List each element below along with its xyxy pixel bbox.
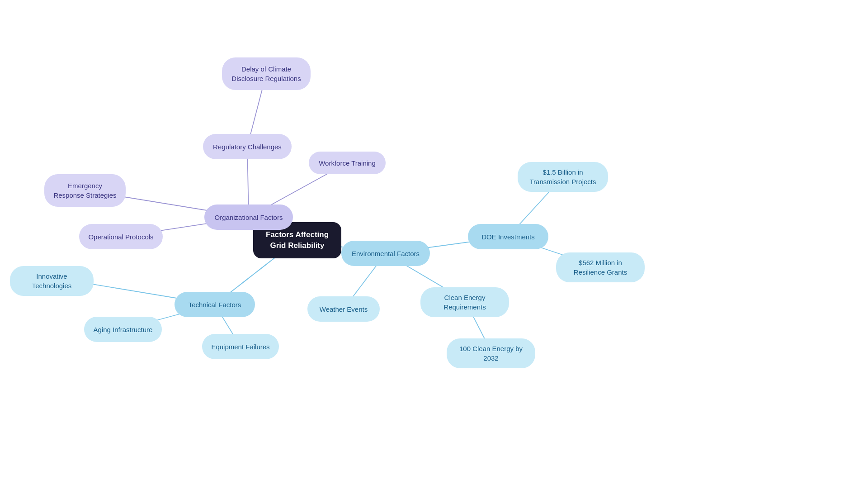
node-equipment[interactable]: Equipment Failures (202, 334, 279, 359)
node-doe[interactable]: DOE Investments (468, 224, 548, 249)
node-env[interactable]: Environmental Factors (341, 241, 430, 266)
node-operational[interactable]: Operational Protocols (79, 224, 163, 249)
mind-map: Factors Affecting Grid ReliabilityOrgani… (0, 0, 868, 490)
node-reg[interactable]: Regulatory Challenges (203, 134, 292, 159)
node-aging[interactable]: Aging Infrastructure (84, 317, 162, 342)
node-clean2032[interactable]: 100 Clean Energy by 2032 (447, 338, 535, 368)
node-emergency[interactable]: Emergency Response Strategies (44, 174, 126, 207)
node-climate[interactable]: Delay of Climate Disclosure Regulations (222, 57, 311, 90)
node-weather[interactable]: Weather Events (307, 296, 380, 322)
node-tech[interactable]: Technical Factors (175, 292, 255, 317)
node-transmission[interactable]: $1.5 Billion in Transmission Projects (518, 162, 608, 192)
node-cleanreq[interactable]: Clean Energy Requirements (420, 287, 509, 317)
node-resilience[interactable]: $562 Million in Resilience Grants (556, 252, 645, 282)
node-workforce[interactable]: Workforce Training (309, 152, 386, 174)
node-innovative[interactable]: Innovative Technologies (10, 266, 94, 296)
node-org[interactable]: Organizational Factors (204, 205, 293, 230)
